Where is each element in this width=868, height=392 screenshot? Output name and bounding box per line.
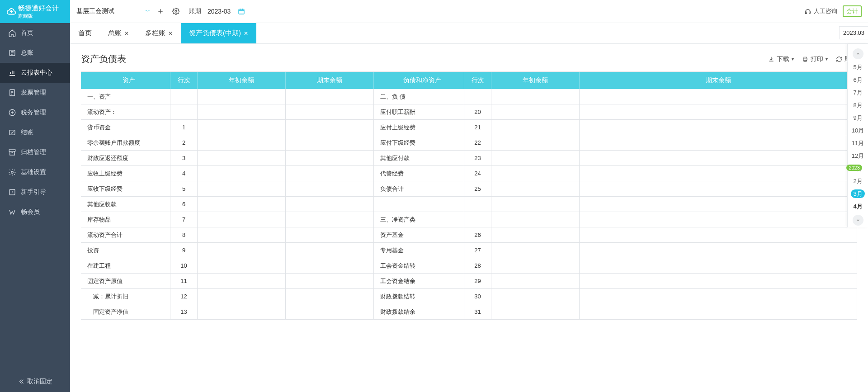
cell-asset: 应收下级经费: [81, 181, 170, 196]
tab-0[interactable]: 首页: [70, 23, 100, 43]
cell-begin-l: [491, 151, 580, 165]
table-row[interactable]: 固定资产净值 13 财政拨款结余 31: [81, 304, 857, 320]
table-row[interactable]: 固定资产原值 11 工会资金结余 29: [81, 274, 857, 289]
cell-begin-l: [491, 227, 580, 242]
chart-icon: [8, 69, 16, 77]
month-item[interactable]: 8月: [851, 99, 864, 112]
table-row[interactable]: 流动资产合计 8 资产基金 26: [81, 227, 857, 243]
sidebar-item-ledger[interactable]: 总账: [0, 43, 70, 63]
table-row[interactable]: 应收上级经费 4 代管经费 24: [81, 166, 857, 181]
cell-end-a: [286, 212, 374, 227]
table-row[interactable]: 其他应收款 6: [81, 197, 857, 212]
tab-close[interactable]: ✕: [244, 30, 248, 37]
month-item[interactable]: 3月: [851, 188, 864, 200]
calendar-button[interactable]: [238, 8, 245, 15]
sidebar-item-close-book[interactable]: 结账: [0, 123, 70, 142]
print-button[interactable]: 打印 ▾: [802, 55, 828, 63]
table-row[interactable]: 流动资产： 应付职工薪酬 20: [81, 104, 857, 120]
cell-asset: 一、资产: [81, 89, 170, 104]
cell-asset: 固定资产原值: [81, 274, 170, 288]
sidebar-item-tax[interactable]: 税务管理: [0, 103, 70, 123]
table-row[interactable]: 在建工程 10 工会资金结转 28: [81, 258, 857, 274]
cell-liab: 专用基金: [374, 243, 464, 258]
year-badge: 2023: [846, 165, 862, 171]
month-item[interactable]: 4月: [851, 200, 864, 213]
cell-asset: 库存物品: [81, 212, 170, 227]
table-row[interactable]: 货币资金 1 应付上级经费 21: [81, 120, 857, 135]
cell-asset: 流动资产：: [81, 104, 170, 119]
sidebar-item-settings[interactable]: 基础设置: [0, 162, 70, 182]
cell-asset: 货币资金: [81, 120, 170, 135]
cell-rownum-l: 31: [464, 304, 491, 319]
sidebar-item-label: 畅会员: [21, 208, 40, 216]
cell-end-a: [286, 227, 374, 242]
sidebar-item-invoice[interactable]: 发票管理: [0, 83, 70, 103]
month-down-button[interactable]: [853, 215, 863, 226]
cell-begin-l: [491, 304, 580, 319]
cell-rownum-a: [170, 89, 198, 104]
cell-asset: 固定资产净值: [81, 304, 170, 319]
cell-rownum-a: 13: [170, 304, 198, 319]
month-item[interactable]: 11月: [851, 137, 864, 150]
tab-close[interactable]: ✕: [124, 30, 129, 37]
settings-button[interactable]: [170, 6, 181, 17]
cell-rownum-a: 4: [170, 166, 198, 181]
table-body[interactable]: 一、资产 二、负 债 流动资产： 应付职工薪酬 20 货币资金 1 应付上级经费…: [81, 89, 857, 387]
cell-begin-l: [491, 212, 580, 227]
cell-begin-a: [198, 274, 286, 288]
month-up-button[interactable]: [853, 48, 863, 59]
month-item[interactable]: 12月: [851, 150, 864, 162]
tab-1[interactable]: 总账✕: [100, 23, 137, 43]
table-row[interactable]: 投资 9 专用基金 27: [81, 243, 857, 258]
sidebar-item-label: 发票管理: [21, 89, 46, 97]
month-item[interactable]: 5月: [851, 61, 864, 74]
sidebar-item-label: 归档管理: [21, 148, 46, 156]
month-item[interactable]: 9月: [851, 112, 864, 124]
sidebar-item-guide[interactable]: 新手引导: [0, 182, 70, 202]
cell-liab: 其他应付款: [374, 151, 464, 165]
cell-end-l: [580, 181, 857, 196]
cell-rownum-a: 12: [170, 289, 198, 304]
month-item[interactable]: 7月: [851, 86, 864, 99]
sidebar-item-member[interactable]: 畅会员: [0, 202, 70, 222]
tab-2[interactable]: 多栏账✕: [137, 23, 181, 43]
company-selector[interactable]: 基层工会测试 ﹀: [76, 7, 151, 15]
tab-close[interactable]: ✕: [168, 30, 173, 37]
month-item[interactable]: 2月: [851, 175, 864, 188]
cell-begin-a: [198, 120, 286, 135]
cell-begin-l: [491, 166, 580, 181]
tab-label: 总账: [108, 29, 122, 38]
sidebar-item-home[interactable]: 首页: [0, 23, 70, 43]
table-row[interactable]: 库存物品 7 三、净资产类: [81, 212, 857, 227]
tab-3[interactable]: 资产负债表(中期)✕: [181, 23, 256, 43]
month-item[interactable]: 20231月: [851, 162, 864, 175]
cell-begin-a: [198, 243, 286, 258]
sidebar-unpin[interactable]: 取消固定: [0, 371, 70, 392]
table-row[interactable]: 财政应返还额度 3 其他应付款 23: [81, 151, 857, 166]
help-button[interactable]: 人工咨询: [804, 7, 837, 15]
table-row[interactable]: 减：累计折旧 12 财政拨款结转 30: [81, 289, 857, 304]
add-button[interactable]: [155, 6, 166, 17]
cell-end-a: [286, 243, 374, 258]
role-badge[interactable]: 会计: [843, 5, 862, 17]
cell-liab: 三、净资产类: [374, 212, 464, 227]
cell-begin-a: [198, 227, 286, 242]
guide-icon: [8, 188, 16, 196]
th-liab: 负债和净资产: [374, 72, 464, 89]
month-item[interactable]: 6月: [851, 74, 864, 86]
cell-rownum-a: 7: [170, 212, 198, 227]
cell-begin-l: [491, 289, 580, 304]
cell-end-l: [580, 304, 857, 319]
download-button[interactable]: 下载 ▾: [768, 55, 794, 63]
month-item[interactable]: 10月: [851, 124, 864, 137]
cell-begin-l: [491, 89, 580, 104]
sidebar-item-chart[interactable]: 云报表中心: [0, 63, 70, 83]
cell-rownum-l: 25: [464, 181, 491, 196]
cell-rownum-a: 3: [170, 151, 198, 165]
sidebar-item-archive[interactable]: 归档管理: [0, 142, 70, 162]
cell-end-l: [580, 104, 857, 119]
table-row[interactable]: 一、资产 二、负 债: [81, 89, 857, 104]
table-row[interactable]: 零余额账户用款额度 2 应付下级经费 22: [81, 135, 857, 151]
cell-asset: 在建工程: [81, 258, 170, 273]
table-row[interactable]: 应收下级经费 5 负债合计 25: [81, 181, 857, 197]
